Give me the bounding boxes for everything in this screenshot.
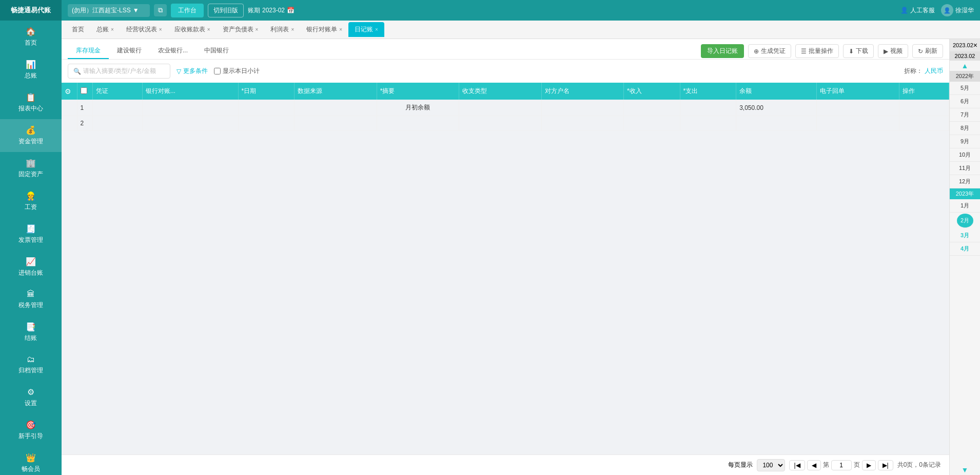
sidebar-item-invoice[interactable]: 🧾 发票管理: [0, 218, 62, 251]
cell-num: 2: [77, 116, 92, 131]
closing-icon: 📑: [26, 322, 36, 332]
sub-tab-cash[interactable]: 库存现金: [68, 43, 109, 59]
tab-balance-sheet[interactable]: 资产负债表 ×: [217, 22, 265, 37]
sub-tab-china-bank[interactable]: 中国银行: [196, 43, 237, 59]
home-icon: 🏠: [26, 27, 36, 36]
sidebar-item-tutorial[interactable]: 🎯 新手引导: [0, 414, 62, 447]
tab-accounts-receivable[interactable]: 应收账款表 ×: [168, 22, 217, 37]
sidebar-item-label: 固定资产: [18, 170, 43, 179]
th-date: *日期: [238, 83, 295, 100]
currency-selector[interactable]: 人民币: [925, 67, 943, 75]
download-button[interactable]: ⬇ 下载: [843, 44, 874, 58]
first-page-button[interactable]: |◀: [789, 460, 805, 470]
archive-icon: 🗂: [27, 355, 35, 364]
old-version-button[interactable]: 切到旧版: [208, 4, 244, 17]
month-item-5[interactable]: 5月: [950, 82, 980, 95]
member-icon: 👑: [26, 453, 36, 463]
month-item-2-active[interactable]: 2月: [957, 214, 973, 228]
service-button[interactable]: 👤 人工客服: [900, 6, 935, 15]
batch-button[interactable]: ☰ 批量操作: [795, 44, 839, 58]
page-number-input[interactable]: [831, 460, 852, 470]
cell-income-type: [459, 116, 541, 131]
user-profile-button[interactable]: 👤 徐湿华: [941, 4, 974, 16]
top-bar-right: 👤 人工客服 👤 徐湿华: [900, 4, 974, 16]
close-icon[interactable]: ×: [111, 27, 114, 32]
cell-ereceipt: [817, 100, 899, 116]
sidebar-item-assets[interactable]: 🏢 固定资产: [0, 152, 62, 185]
tab-bank-statement[interactable]: 银行对账单 ×: [300, 22, 348, 37]
cell-bank-match: [142, 116, 238, 131]
content-wrapper: 库存现金 建设银行 农业银行... 中国银行 导入日记账 ⊕ 生成凭证 ☰ 批量…: [62, 39, 980, 475]
sub-tab-construction-bank[interactable]: 建设银行: [109, 43, 150, 59]
show-daily-total-checkbox[interactable]: 显示本日小计: [214, 67, 260, 75]
month-item-9[interactable]: 9月: [950, 135, 980, 148]
month-item-8[interactable]: 8月: [950, 122, 980, 135]
close-icon[interactable]: ×: [375, 27, 378, 32]
sidebar-item-finance[interactable]: 💰 资金管理: [0, 119, 62, 152]
date-nav-down[interactable]: ▼: [950, 465, 980, 475]
close-icon[interactable]: ×: [159, 27, 162, 32]
sidebar-item-tax[interactable]: 🏛 税务管理: [0, 283, 62, 316]
month-item-10[interactable]: 10月: [950, 148, 980, 162]
company-selector[interactable]: (勿用）江西超宝-LSS ▼: [68, 4, 150, 17]
sidebar: 畅捷通易代账 🏠 首页 📊 总账 📋 报表中心 💰 资金管理 🏢 固定资产 👷 …: [0, 0, 62, 475]
th-expense: *支出: [680, 83, 736, 100]
tab-profit[interactable]: 利润表 ×: [264, 22, 300, 37]
chevron-down-icon: ▼: [133, 7, 139, 14]
tab-journal[interactable]: 日记账 ×: [348, 22, 384, 37]
tax-icon: 🏛: [27, 290, 35, 299]
table-row: 2: [62, 116, 949, 131]
sidebar-item-archive[interactable]: 🗂 归档管理: [0, 349, 62, 381]
sidebar-item-member[interactable]: 👑 畅会员: [0, 447, 62, 475]
tab-ledger[interactable]: 总账 ×: [90, 22, 120, 37]
tab-home[interactable]: 首页: [66, 22, 90, 37]
close-icon[interactable]: ×: [339, 27, 342, 32]
tab-business-status[interactable]: 经营状况表 ×: [120, 22, 168, 37]
sidebar-item-payroll[interactable]: 👷 工资: [0, 185, 62, 218]
cell-source: [295, 100, 377, 116]
select-all-checkbox[interactable]: [81, 87, 87, 94]
th-settings[interactable]: ⚙: [62, 83, 77, 100]
close-icon[interactable]: ×: [256, 27, 259, 32]
sub-tab-agriculture-bank[interactable]: 农业银行...: [150, 43, 196, 59]
year-2023-label: 2023年: [950, 188, 980, 199]
sidebar-item-reports[interactable]: 📋 报表中心: [0, 86, 62, 119]
close-icon[interactable]: ×: [207, 27, 210, 32]
sidebar-item-ledger[interactable]: 📊 总账: [0, 53, 62, 86]
workbench-button[interactable]: 工作台: [171, 4, 204, 17]
month-item-12[interactable]: 12月: [950, 175, 980, 188]
finance-icon: 💰: [26, 125, 36, 135]
copy-button[interactable]: ⧉: [154, 4, 167, 16]
date-panel-close-button[interactable]: ×: [973, 41, 977, 49]
daily-total-checkbox-input[interactable]: [214, 68, 221, 74]
close-icon[interactable]: ×: [291, 27, 294, 32]
sidebar-item-label: 结账: [25, 334, 37, 343]
month-item-3[interactable]: 3月: [950, 229, 980, 242]
prev-page-button[interactable]: ◀: [807, 460, 821, 470]
month-item-11[interactable]: 11月: [950, 162, 980, 175]
date-nav-up[interactable]: ▲: [950, 61, 980, 71]
import-button[interactable]: 导入日记账: [701, 44, 744, 58]
page-size-label: 每页显示: [728, 461, 753, 469]
month-item-1[interactable]: 1月: [950, 199, 980, 213]
last-page-button[interactable]: ▶|: [878, 460, 893, 470]
service-icon: 👤: [900, 7, 908, 14]
refresh-button[interactable]: ↻ 刷新: [912, 44, 943, 58]
search-input-container[interactable]: 🔍 请输入摘要/类型/户名/金额: [68, 64, 170, 79]
download-icon: ⬇: [849, 48, 854, 55]
cell-num: 1: [77, 100, 92, 116]
sidebar-item-home[interactable]: 🏠 首页: [0, 21, 62, 53]
next-page-button[interactable]: ▶: [862, 460, 876, 470]
sidebar-item-closing[interactable]: 📑 结账: [0, 316, 62, 349]
month-item-7[interactable]: 7月: [950, 108, 980, 122]
month-item-4[interactable]: 4月: [950, 242, 980, 256]
video-button[interactable]: ▶ 视频: [878, 44, 908, 58]
sidebar-item-purchase-sales[interactable]: 📈 进销台账: [0, 251, 62, 283]
generate-voucher-button[interactable]: ⊕ 生成凭证: [748, 44, 791, 58]
page-size-select[interactable]: 100 50 200: [757, 459, 785, 471]
cell-ereceipt: [817, 116, 899, 131]
more-conditions-button[interactable]: ▽ 更多条件: [177, 67, 208, 75]
sidebar-item-settings[interactable]: ⚙ 设置: [0, 381, 62, 414]
th-checkbox[interactable]: [77, 83, 92, 100]
month-item-6[interactable]: 6月: [950, 95, 980, 108]
